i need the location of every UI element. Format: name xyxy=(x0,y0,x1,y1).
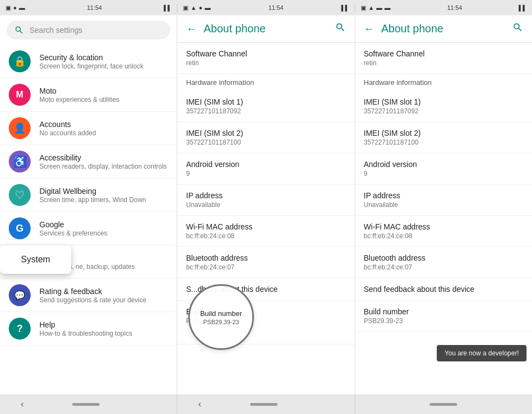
mid-av-title: Android version xyxy=(186,160,346,169)
mid-bt-sub: bc:ff:eb:24:ce:07 xyxy=(186,263,346,271)
mid-imei1-title: IMEI (SIM slot 1) xyxy=(186,97,346,106)
right-feedback[interactable]: Send feedback about this device xyxy=(355,278,533,301)
status-time-left: 11:54 xyxy=(87,4,102,11)
r-av-title: Android version xyxy=(364,160,524,169)
status-icons-mid: ▣ ▲ ● ▬ xyxy=(183,4,211,12)
accessibility-subtitle: Screen readers, display, interaction con… xyxy=(39,163,168,170)
settings-item-google[interactable]: G Google Services & preferences xyxy=(0,212,177,245)
status-time-right: 11:54 xyxy=(447,4,462,11)
mid-imei2-title: IMEI (SIM slot 2) xyxy=(186,129,346,137)
moto-icon: M xyxy=(9,84,31,106)
moto-title: Moto xyxy=(39,87,168,95)
status-right-mid: ▌▌ xyxy=(341,5,349,11)
mid-av-sub: 9 xyxy=(186,170,346,177)
accounts-title: Accounts xyxy=(39,120,168,129)
battery-icon3: ▌▌ xyxy=(519,5,527,11)
settings-item-digital-wellbeing[interactable]: ♡ Digital Wellbeing Screen time, app tim… xyxy=(0,179,177,212)
r-imei2-sub: 357227101187100 xyxy=(364,139,524,146)
right-header: ← About phone xyxy=(355,15,533,43)
r-sw-sub: retin xyxy=(364,59,524,67)
middle-build-number[interactable]: Build number PSB29.39-23 Build number PS… xyxy=(177,301,355,344)
r-bn-title: Build number xyxy=(364,307,524,316)
middle-software-channel[interactable]: Software Channel retin xyxy=(177,43,355,74)
middle-ip[interactable]: IP address Unavailable xyxy=(177,185,355,216)
right-build-number[interactable]: Build number PSB29.39-23 xyxy=(355,301,533,332)
settings-item-security[interactable]: 🔒 Security & location Screen lock, finge… xyxy=(0,45,177,78)
mid-ip-title: IP address xyxy=(186,191,346,200)
right-title: About phone xyxy=(381,22,506,35)
status-icons-left: ▣ ● ▬ xyxy=(5,4,25,12)
right-about-list: Software Channel retin Hardware informat… xyxy=(355,43,533,394)
help-subtitle: How-to & troubleshooting topics xyxy=(39,330,168,337)
middle-panel: ← About phone Software Channel retin Har… xyxy=(177,15,355,394)
r-bt-title: Bluetooth address xyxy=(364,254,524,262)
nav-pill-mid xyxy=(250,403,277,406)
middle-back-button[interactable]: ← xyxy=(186,22,197,35)
right-back-button[interactable]: ← xyxy=(364,22,375,35)
security-icon: 🔒 xyxy=(9,50,31,72)
right-ip[interactable]: IP address Unavailable xyxy=(355,185,533,216)
bottom-nav: ‹ ‹ xyxy=(0,394,532,414)
right-software-channel[interactable]: Software Channel retin xyxy=(355,43,533,74)
google-subtitle: Services & preferences xyxy=(39,229,168,237)
icon-up: ▲ xyxy=(190,4,196,11)
mid-hw-title: Hardware information xyxy=(186,78,346,87)
back-button-mid[interactable]: ‹ xyxy=(194,397,205,411)
search-placeholder: Search settings xyxy=(30,26,83,34)
mid-sw-title: Software Channel xyxy=(186,49,346,58)
middle-header: ← About phone xyxy=(177,15,355,43)
back-button-left[interactable]: ‹ xyxy=(16,397,28,411)
status-bar: ▣ ● ▬ 11:54 ▌▌ ▣ ▲ ● ▬ 11:54 ▌▌ ▣ ▲ ▬ ▬ … xyxy=(0,0,532,15)
right-android-version[interactable]: Android version 9 xyxy=(355,153,533,185)
battery-icon: ▌▌ xyxy=(164,5,171,11)
middle-title: About phone xyxy=(204,22,328,35)
mid-wifi-title: Wi-Fi MAC address xyxy=(186,222,346,231)
settings-item-accounts[interactable]: 👤 Accounts No accounts added xyxy=(0,112,177,145)
right-panel: ← About phone Software Channel retin Har… xyxy=(355,15,533,394)
right-bt[interactable]: Bluetooth address bc:ff:eb:24:ce:07 xyxy=(355,247,533,278)
nav-pill-right xyxy=(430,403,457,406)
middle-imei2[interactable]: IMEI (SIM slot 2) 357227101187100 xyxy=(177,122,355,153)
bottom-nav-mid: ‹ xyxy=(177,394,355,414)
security-subtitle: Screen lock, fingerprint, face unlock xyxy=(39,62,168,70)
middle-android-version[interactable]: Android version 9 xyxy=(177,153,355,185)
icon-msg: ▬ xyxy=(19,4,25,11)
accessibility-text: Accessibility Screen readers, display, i… xyxy=(39,153,168,170)
right-imei2[interactable]: IMEI (SIM slot 2) 357227101187100 xyxy=(355,122,533,153)
r-ip-sub: Unavailable xyxy=(364,201,524,209)
mid-imei1-sub: 357227101187092 xyxy=(186,107,346,115)
r-fb-title: Send feedback about this device xyxy=(364,285,524,294)
middle-imei1[interactable]: IMEI (SIM slot 1) 357227101187092 xyxy=(177,91,355,122)
settings-item-moto[interactable]: M Moto Moto experiences & utilities xyxy=(0,78,177,112)
r-ip-title: IP address xyxy=(364,191,524,200)
build-circle-value: PSB29.39-23 xyxy=(203,319,239,325)
icon-wifi: ▬ xyxy=(377,4,383,11)
right-wifi-mac[interactable]: Wi-Fi MAC address bc:ff:eb:24:ce:08 xyxy=(355,216,533,247)
right-imei1[interactable]: IMEI (SIM slot 1) 357227101187092 xyxy=(355,91,533,122)
search-bar[interactable]: Search settings xyxy=(7,21,170,39)
accessibility-icon: ♿ xyxy=(9,151,31,173)
settings-item-system[interactable]: ℹ System Languages, ne, backup, updates … xyxy=(0,245,177,279)
settings-item-accessibility[interactable]: ♿ Accessibility Screen readers, display,… xyxy=(0,145,177,179)
right-search-button[interactable] xyxy=(512,22,523,36)
moto-subtitle: Moto experiences & utilities xyxy=(39,96,168,104)
icon-sd: ▣ xyxy=(5,4,11,12)
settings-item-rating[interactable]: 💬 Rating & feedback Send suggestions & r… xyxy=(0,279,177,312)
status-section-mid: ▣ ▲ ● ▬ 11:54 ▌▌ xyxy=(177,4,355,12)
build-circle-overlay: Build number PSB29.39-23 xyxy=(188,284,254,350)
icon-shield: ● xyxy=(13,4,17,11)
system-tooltip: System xyxy=(0,245,71,274)
r-wifi-title: Wi-Fi MAC address xyxy=(364,222,524,231)
settings-list: 🔒 Security & location Screen lock, finge… xyxy=(0,45,177,394)
middle-wifi-mac[interactable]: Wi-Fi MAC address bc:ff:eb:24:ce:08 xyxy=(177,216,355,247)
help-title: Help xyxy=(39,320,168,329)
settings-item-help[interactable]: ? Help How-to & troubleshooting topics xyxy=(0,312,177,346)
digital-wellbeing-text: Digital Wellbeing Screen time, app timer… xyxy=(39,187,168,204)
accounts-icon: 👤 xyxy=(9,117,31,139)
icon-up2: ▲ xyxy=(368,4,374,11)
r-wifi-sub: bc:ff:eb:24:ce:08 xyxy=(364,232,524,240)
rating-icon: 💬 xyxy=(9,284,31,306)
middle-bt[interactable]: Bluetooth address bc:ff:eb:24:ce:07 xyxy=(177,247,355,278)
middle-search-button[interactable] xyxy=(335,22,346,36)
icon-shield2: ● xyxy=(199,4,203,11)
